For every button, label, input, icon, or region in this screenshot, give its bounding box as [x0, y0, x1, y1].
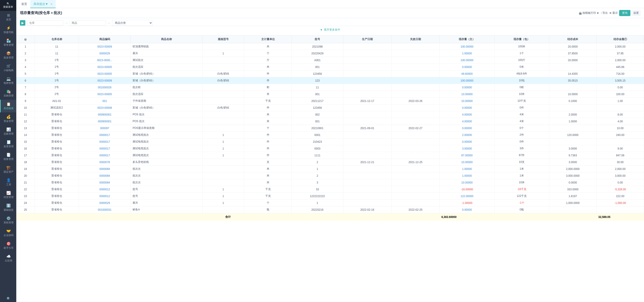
handshake-icon: 🤝 [2, 229, 16, 233]
money-icon: 💰 [2, 115, 16, 119]
sidebar-item-label: 系统管理 [4, 221, 14, 224]
filter-area: ▶ ··· ··· 商品分类 ▼ 展开更多条件 [16, 18, 644, 36]
print-btn[interactable]: 🖨️ 按模板打印 ▼ [579, 11, 599, 15]
search-icon: 🔍 [6, 2, 10, 5]
sidebar-item-wholesale[interactable]: 📦 批发管理 [0, 49, 16, 62]
sidebar-item-retail[interactable]: 🏪 零售管理 [0, 36, 16, 49]
tab-home[interactable]: 首页 [18, 0, 30, 8]
sidebar-item-guide[interactable]: 🎯 新手引导 [0, 239, 16, 252]
table-row: 17晋省裕仓0000017测试电笔批次1件111187.0000087件9.73… [16, 152, 644, 159]
sidebar-item-home[interactable]: ⊞ 首页 [0, 11, 16, 24]
settings-bottom-icon: ⚙️ [6, 297, 10, 299]
sidebar-item-invoice[interactable]: 🧾 发票管理 [0, 138, 16, 150]
table-row: 2110000029展斥1个202204291.000001个37.950037… [16, 50, 644, 57]
col-header-qty-main: 现存量（主） [440, 36, 494, 43]
store-icon: 🏪 [2, 39, 16, 43]
sidebar-item-label: 企业协同 [4, 234, 14, 237]
col-header-spec: 规格型号 [202, 36, 244, 43]
sidebar-item-quick-nav[interactable]: ⚡ 快捷导航 [0, 24, 16, 36]
sidebar-item-label: 采购管理 [4, 94, 14, 97]
target-icon: 🎯 [2, 241, 16, 246]
sidebar-item-collab[interactable]: 🤝 企业协同 [0, 227, 16, 239]
totals-row: 合计 6,302.60000 32,589.05 [16, 213, 644, 221]
table-row: 51号0023-00005富城（白色/奶桔）白色/奶桔件12345649.600… [16, 70, 644, 77]
sidebar-item-small-ecom[interactable]: 🛒 小鲸电商 [0, 62, 16, 74]
table-row: 9A01-01001子件保质期千克202112172021-12-172022-… [16, 98, 644, 104]
print-label: 按模板打印 [582, 11, 596, 15]
sidebar-item-label: 小鲸电商 [4, 69, 14, 72]
dots-2: ··· [108, 21, 110, 25]
totals-cost: 32,589.05 [596, 213, 644, 221]
sidebar: 🔍 搜索菜单 ⊞ 首页 ⚡ 快捷导航 🏪 零售管理 📦 批发管理 🛒 小鲸电商 … [0, 0, 16, 302]
cloud-icon: ☁️ [2, 254, 16, 258]
col-header-prod-date: 生产日期 [343, 36, 391, 43]
col-header-unit: 主计量单位 [244, 36, 292, 43]
sidebar-item-hr[interactable]: 👤 工资 [0, 176, 16, 189]
table-row: 25晋省裕仓001000031鲜鱼A瓶202202162022-02-16202… [16, 206, 644, 213]
sidebar-item-overall[interactable]: 📊 总账管理 [0, 125, 16, 138]
person-icon: 👤 [2, 178, 16, 182]
col-header-batch: 批号 [292, 36, 343, 43]
cart-icon: 🛒 [2, 64, 16, 68]
table-row: 1110023-00009软顶通用钥匙米2021098100.00000100米… [16, 43, 644, 50]
sidebar-item-label: 经营管理 [4, 196, 14, 199]
sidebar-item-label: 发票管理 [4, 145, 14, 148]
sidebar-search[interactable]: 🔍 搜索菜单 [0, 0, 16, 11]
table-row: 31号0023-0000...测试批次斤A001100.00000100斤20.… [16, 57, 644, 64]
sidebar-item-ecom[interactable]: 💻 电商管理 [0, 74, 16, 87]
settings-label: 设置 [633, 11, 639, 15]
warehouse-filter[interactable] [27, 20, 63, 26]
dots-1: ··· [65, 21, 68, 25]
inventory-table: ◎ 仓库名称 商品编码 商品名称 规格型号 主计量单位 批号 生产日期 失效日期… [16, 36, 644, 221]
tab-inventory-batch[interactable]: 库存批次▼ ✕ [30, 0, 56, 8]
tab-home-label: 首页 [21, 2, 27, 6]
sidebar-item-fixed-asset[interactable]: 🏗️ 固定资产 [0, 163, 16, 176]
sidebar-item-sys[interactable]: ⚙️ 系统管理 [0, 214, 16, 227]
sidebar-item-inventory[interactable]: 📋 库存核查 [0, 100, 16, 112]
sidebar-item-label: 工资 [6, 183, 11, 186]
sidebar-item-basic[interactable]: ℹ️ 基础信息 [0, 201, 16, 214]
table-body: 1110023-00009软顶通用钥匙米2021098100.00000100米… [16, 43, 644, 213]
flash-icon: ⚡ [2, 26, 16, 30]
search-btn[interactable]: 查询 [619, 10, 630, 16]
totals-qty: 6,302.60000 [440, 213, 494, 221]
totals-cost-blank [549, 213, 596, 221]
table-row: 11晋省裕仓000900001POS 批次米0024.000004米2.0000… [16, 111, 644, 118]
export-btn[interactable]: ↑ 导出 [600, 11, 608, 15]
doc-icon: 📑 [2, 153, 16, 157]
col-header-goods-code: 商品编码 [79, 36, 131, 43]
table-row: 15晋省裕仓0000017测试电笔批次1件2104230.000000件 [16, 138, 644, 145]
table-row: 12晋省裕仓000900001POS 批次米0014.000004米1.0000… [16, 118, 644, 125]
sidebar-item-cloud[interactable]: ☁️ 云应用 [0, 252, 16, 265]
sidebar-item-label: 批发管理 [4, 56, 14, 59]
sidebar-search-label: 搜索菜单 [3, 6, 13, 8]
print-icon: 🖨️ [579, 12, 582, 15]
sidebar-item-tax[interactable]: 📑 税务管理 [0, 150, 16, 163]
sidebar-settings[interactable]: ⚙️ [0, 294, 16, 302]
table-row: 41号0023-00005批次适应米0010.000000米445.86 [16, 64, 644, 70]
goods-filter[interactable] [70, 20, 106, 26]
settings-link[interactable]: 设置 [632, 11, 640, 16]
expand-conditions-btn[interactable]: ▼ 展开更多条件 [318, 27, 342, 33]
tab-close-icon[interactable]: ✕ [50, 3, 52, 6]
tab-inventory-label: 库存批次▼ [34, 2, 48, 6]
category-filter[interactable]: 商品分类 [112, 20, 153, 26]
col-header-unit-cost: 结存成本 [549, 36, 596, 43]
sidebar-item-finance[interactable]: 💰 资金管理 [0, 112, 16, 125]
table-row: 16晋省裕仓0000017测试电笔批次1件00033.000003件3.0000… [16, 145, 644, 152]
table-row: 23晋省裕仓0000012批号1千克1222222222122.00000122… [16, 193, 644, 200]
main-content: 首页 库存批次▼ ✕ 现存量查询(按仓库＋批次) 🖨️ 按模板打印 ▼ ↑ 导出… [16, 0, 644, 302]
sidebar-item-purchase[interactable]: 🛍️ 采购管理 [0, 87, 16, 100]
table-row: 10测试适应20023-00008富城（白色/奶桔）白色/奶桔件1234560.… [16, 104, 644, 111]
chart-icon: 📊 [2, 127, 16, 132]
trend-icon: 📈 [2, 191, 16, 195]
display-icon: 👁 [609, 12, 612, 15]
expand-arrow-icon: ▼ [320, 28, 323, 32]
display-btn[interactable]: 👁 显示 [609, 11, 618, 15]
export-label: 导出 [602, 11, 608, 15]
col-header-qty-stock: 现存量（包） [494, 36, 549, 43]
sidebar-item-ops[interactable]: 📈 经营管理 [0, 189, 16, 201]
totals-qty-blank [494, 213, 549, 221]
sidebar-item-label: 快捷导航 [4, 31, 14, 34]
filter-nav-btn[interactable]: ▶ [20, 20, 25, 26]
